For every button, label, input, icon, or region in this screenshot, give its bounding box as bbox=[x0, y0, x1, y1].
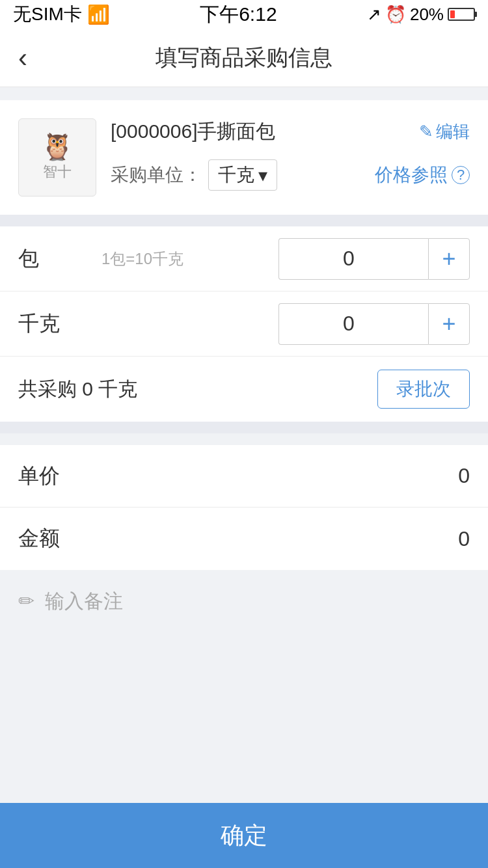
price-section: 单价 0 金额 0 bbox=[0, 445, 488, 570]
batch-button[interactable]: 录批次 bbox=[377, 370, 470, 409]
confirm-button[interactable]: 确定 bbox=[0, 803, 488, 868]
price-ref-button[interactable]: 价格参照 ? bbox=[375, 163, 470, 187]
product-name: [0000006]手撕面包 bbox=[111, 118, 275, 145]
bao-label: 包 bbox=[18, 245, 96, 273]
amount-value: 0 bbox=[458, 527, 470, 551]
notes-placeholder: 输入备注 bbox=[45, 588, 123, 615]
total-quantity-label: 共采购 0 千克 bbox=[18, 376, 137, 403]
battery-tip bbox=[475, 12, 477, 17]
back-button[interactable]: ‹ bbox=[18, 42, 27, 74]
carrier-label: 无SIM卡 bbox=[13, 2, 82, 27]
kg-input-right: + bbox=[278, 303, 470, 345]
unit-selector: 采购单位： 千克 ▾ bbox=[111, 159, 277, 191]
status-left: 无SIM卡 📶 bbox=[13, 2, 110, 27]
section-divider-1 bbox=[0, 215, 488, 226]
kg-quantity-input[interactable] bbox=[278, 303, 428, 345]
product-thumbnail: 🦉 智十 bbox=[18, 118, 96, 197]
unit-row: 采购单位： 千克 ▾ 价格参照 ? bbox=[111, 159, 470, 191]
product-thumb-label: 智十 bbox=[43, 162, 72, 182]
amount-row: 金额 0 bbox=[0, 508, 488, 570]
unit-price-row: 单价 0 bbox=[0, 445, 488, 508]
kg-plus-button[interactable]: + bbox=[428, 303, 470, 345]
status-right: ↗ ⏰ 20% bbox=[367, 5, 475, 25]
bao-input-right: + bbox=[278, 238, 470, 280]
input-section: 包 1包=10千克 + 千克 + bbox=[0, 226, 488, 357]
status-bar: 无SIM卡 📶 下午6:12 ↗ ⏰ 20% bbox=[0, 0, 488, 29]
unit-price-value: 0 bbox=[458, 464, 470, 488]
page-title: 填写商品采购信息 bbox=[156, 43, 332, 73]
product-name-row: [0000006]手撕面包 ✎ 编辑 bbox=[111, 118, 470, 145]
bao-sublabel: 1包=10千克 bbox=[102, 249, 183, 269]
status-time: 下午6:12 bbox=[200, 1, 277, 28]
amount-label: 金额 bbox=[18, 524, 60, 553]
edit-label: 编辑 bbox=[436, 120, 470, 143]
product-info: [0000006]手撕面包 ✎ 编辑 采购单位： 千克 ▾ 价格参照 ? bbox=[111, 118, 470, 191]
section-divider-2 bbox=[0, 422, 488, 433]
edit-icon: ✎ bbox=[419, 122, 433, 142]
location-icon: ↗ bbox=[367, 5, 381, 25]
unit-value: 千克 bbox=[218, 163, 254, 187]
kg-label: 千克 bbox=[18, 310, 96, 338]
price-ref-label: 价格参照 bbox=[375, 163, 448, 187]
battery-fill bbox=[450, 10, 455, 18]
price-ref-help-icon: ? bbox=[452, 166, 470, 184]
unit-prefix-label: 采购单位： bbox=[111, 163, 202, 187]
product-thumb-icon: 🦉 bbox=[41, 133, 74, 159]
alarm-icon: ⏰ bbox=[385, 5, 406, 25]
battery-pct: 20% bbox=[410, 5, 444, 25]
unit-dropdown[interactable]: 千克 ▾ bbox=[208, 159, 277, 191]
edit-button[interactable]: ✎ 编辑 bbox=[419, 120, 470, 143]
bao-quantity-input[interactable] bbox=[278, 238, 428, 280]
product-card: 🦉 智十 [0000006]手撕面包 ✎ 编辑 采购单位： 千克 ▾ 价格参照 … bbox=[0, 100, 488, 215]
nav-bar: ‹ 填写商品采购信息 bbox=[0, 29, 488, 87]
total-row: 共采购 0 千克 录批次 bbox=[0, 357, 488, 422]
dropdown-arrow-icon: ▾ bbox=[258, 165, 267, 186]
notes-section[interactable]: ✏ 输入备注 bbox=[0, 570, 488, 648]
unit-price-label: 单价 bbox=[18, 462, 60, 491]
battery-icon bbox=[448, 8, 475, 21]
kg-input-row: 千克 + bbox=[0, 292, 488, 357]
wifi-icon: 📶 bbox=[87, 4, 110, 25]
bao-input-row: 包 1包=10千克 + bbox=[0, 226, 488, 292]
notes-pencil-icon: ✏ bbox=[18, 590, 34, 612]
bao-plus-button[interactable]: + bbox=[428, 238, 470, 280]
